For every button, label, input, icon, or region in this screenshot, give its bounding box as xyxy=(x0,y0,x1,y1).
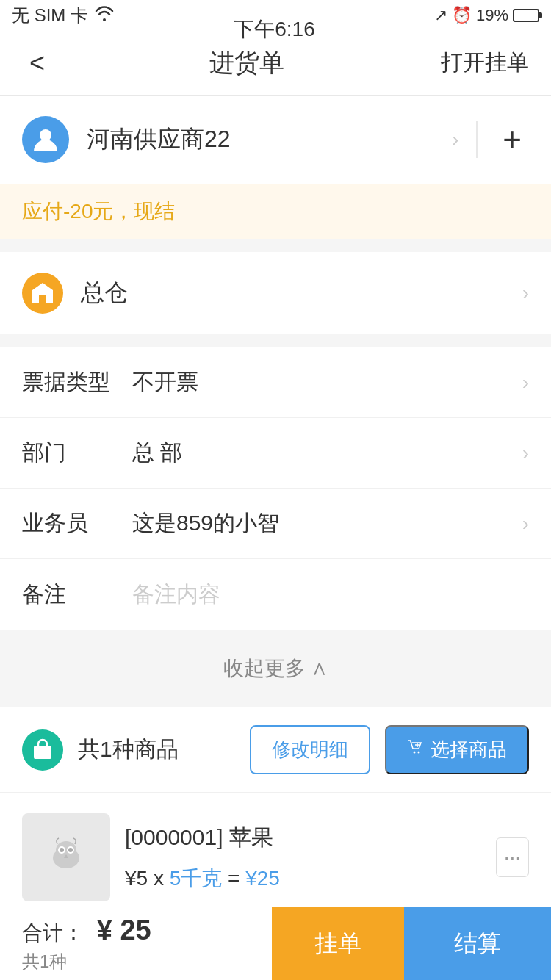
product-info: [0000001] 苹果 ¥5 x 5千克 = ¥25 xyxy=(125,823,481,893)
unit-price: ¥5 x xyxy=(125,867,170,890)
svg-point-12 xyxy=(68,848,73,852)
svg-point-3 xyxy=(414,752,416,754)
collapse-label: 收起更多 ∧ xyxy=(223,655,328,682)
add-button[interactable]: + xyxy=(495,121,529,158)
remark-placeholder[interactable]: 备注内容 xyxy=(118,580,529,610)
product-count: 共1种商品 xyxy=(78,735,235,765)
product-section: 共1种商品 修改明细 选择商品 xyxy=(0,707,551,922)
total-amount: ¥ 25 xyxy=(97,915,151,945)
location-icon: ↗ xyxy=(434,6,447,25)
notice-text: 应付-20元，现结 xyxy=(22,200,175,223)
warehouse-chevron-icon: › xyxy=(522,281,529,305)
owl-icon xyxy=(44,832,88,883)
supplier-row[interactable]: 河南供应商22 › + xyxy=(0,96,551,184)
warehouse-label: 总仓 xyxy=(81,277,522,309)
collapse-bar[interactable]: 收起更多 ∧ xyxy=(0,643,551,694)
product-thumbnail xyxy=(22,813,110,901)
wifi-icon xyxy=(94,5,115,26)
warehouse-icon xyxy=(22,273,63,314)
total-label: 合计： xyxy=(22,921,84,944)
svg-point-11 xyxy=(60,848,64,852)
product-header: 共1种商品 修改明细 选择商品 xyxy=(0,707,551,793)
department-row[interactable]: 部门 总 部 › xyxy=(0,418,551,489)
salesperson-row[interactable]: 业务员 这是859的小智 › xyxy=(0,489,551,559)
invoice-type-value: 不开票 xyxy=(118,367,522,397)
total-price: ¥25 xyxy=(245,867,280,890)
department-value: 总 部 xyxy=(118,438,522,468)
status-left: 无 SIM 卡 xyxy=(12,4,115,27)
svg-point-4 xyxy=(418,752,420,754)
carrier-text: 无 SIM 卡 xyxy=(12,4,88,27)
hang-button[interactable]: 挂单 xyxy=(272,907,404,981)
select-product-button[interactable]: 选择商品 xyxy=(385,725,529,774)
status-bar: 无 SIM 卡 下午6:16 ↗ ⏰ 19% xyxy=(0,0,551,31)
supplier-name: 河南供应商22 xyxy=(87,123,452,156)
cart-icon xyxy=(407,738,425,761)
product-code: [0000001] xyxy=(125,825,229,849)
salesperson-chevron-icon: › xyxy=(522,512,529,536)
footer-total: 合计： ¥ 25 共1种 xyxy=(0,915,272,973)
product-name: [0000001] 苹果 xyxy=(125,823,481,853)
svg-rect-1 xyxy=(39,295,46,303)
notice-banner: 应付-20元，现结 xyxy=(0,184,551,239)
svg-rect-2 xyxy=(34,746,51,759)
status-right: ↗ ⏰ 19% xyxy=(434,6,539,25)
battery-icon xyxy=(513,9,539,22)
select-product-label: 选择商品 xyxy=(431,737,507,763)
form-section: 票据类型 不开票 › 部门 总 部 › 业务员 这是859的小智 › 备注 备注… xyxy=(0,347,551,630)
more-button[interactable]: ··· xyxy=(496,837,529,877)
footer-count: 共1种 xyxy=(22,950,250,973)
supplier-section: 河南供应商22 › + 应付-20元，现结 xyxy=(0,96,551,239)
department-chevron-icon: › xyxy=(522,442,529,465)
status-time: 下午6:16 xyxy=(234,15,315,43)
product-icon xyxy=(22,729,63,771)
remark-label: 备注 xyxy=(22,580,118,610)
quantity: 5千克 xyxy=(170,867,223,890)
product-title: 苹果 xyxy=(229,825,273,849)
back-button[interactable]: < xyxy=(22,40,52,86)
product-item: [0000001] 苹果 ¥5 x 5千克 = ¥25 ··· xyxy=(0,793,551,922)
equals: = xyxy=(228,867,245,890)
remark-row[interactable]: 备注 备注内容 xyxy=(0,559,551,630)
edit-detail-button[interactable]: 修改明细 xyxy=(250,725,370,774)
salesperson-label: 业务员 xyxy=(22,508,118,538)
page-title: 进货单 xyxy=(209,46,284,80)
alarm-icon: ⏰ xyxy=(452,6,472,25)
product-price: ¥5 x 5千克 = ¥25 xyxy=(125,865,481,893)
open-hang-button[interactable]: 打开挂单 xyxy=(441,48,529,78)
supplier-chevron-icon: › xyxy=(452,128,458,151)
warehouse-section[interactable]: 总仓 › xyxy=(0,252,551,334)
department-label: 部门 xyxy=(22,438,118,468)
supplier-avatar xyxy=(22,116,69,163)
invoice-chevron-icon: › xyxy=(522,371,529,394)
invoice-type-row[interactable]: 票据类型 不开票 › xyxy=(0,347,551,418)
svg-point-0 xyxy=(40,129,51,141)
settle-button[interactable]: 结算 xyxy=(404,907,551,981)
salesperson-value: 这是859的小智 xyxy=(118,508,522,538)
settle-label: 结算 xyxy=(454,928,501,960)
invoice-type-label: 票据类型 xyxy=(22,367,118,397)
supplier-divider xyxy=(476,121,478,158)
hang-label: 挂单 xyxy=(314,928,361,960)
footer: 合计： ¥ 25 共1种 挂单 结算 xyxy=(0,907,551,980)
battery-percent: 19% xyxy=(476,6,508,25)
